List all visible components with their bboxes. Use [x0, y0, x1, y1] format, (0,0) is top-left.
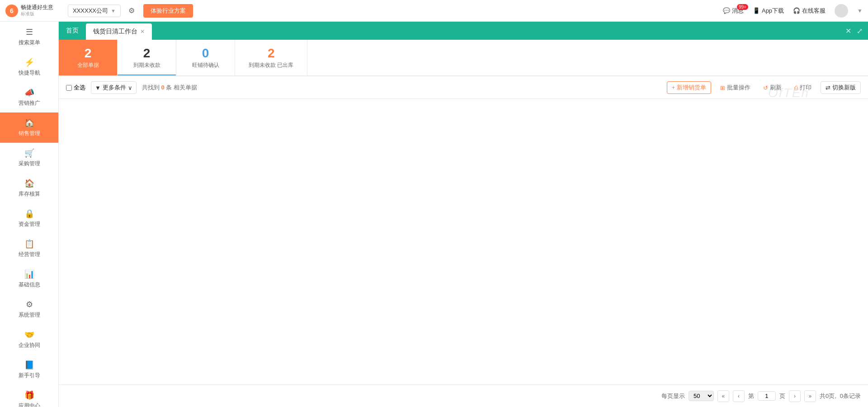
sidebar-label-inventory: 库存核算 [19, 190, 40, 198]
stat-label-overdue: 到期未收款 [133, 61, 160, 69]
prev-page-icon: ‹ [738, 393, 740, 399]
top-bar: 6 畅捷通好生意 标准版 XXXXXX公司 ▼ ⚙ 体验行业方案 💬 消息 99… [0, 0, 868, 22]
tab-close-all-icon[interactable]: ✕ [845, 27, 851, 35]
next-page-button[interactable]: › [789, 390, 801, 402]
logo-text: 畅捷通好生意 [21, 4, 53, 11]
username-area[interactable]: ▼ [857, 8, 863, 14]
page-size-select[interactable]: 10 20 50 100 [689, 391, 714, 401]
quicknav-icon: ⚡ [24, 57, 34, 67]
prev-page-button[interactable]: ‹ [733, 390, 745, 402]
stat-label-all: 全部单据 [77, 61, 99, 69]
stat-card-overdue-shipped[interactable]: 2 到期未收款 已出库 [235, 40, 307, 75]
select-all-checkbox[interactable]: 全选 [66, 84, 85, 92]
message-badge: 99+ [737, 4, 748, 10]
sidebar-item-operation[interactable]: 📋 经营管理 [0, 234, 58, 264]
stat-card-all[interactable]: 2 全部单据 [59, 40, 118, 75]
total-records-text: 0条记录 [840, 392, 861, 400]
next-page-icon: › [794, 393, 796, 399]
last-page-icon: » [809, 393, 812, 399]
basic-icon: 📊 [24, 269, 34, 279]
marketing-icon: 📣 [24, 88, 34, 98]
tab-workbench-label: 钱货日清工作台 [93, 28, 137, 36]
menu-icon: ☰ [26, 27, 33, 37]
message-button[interactable]: 💬 消息 99+ [723, 7, 744, 15]
sidebar-label-operation: 经营管理 [19, 251, 40, 258]
tab-home[interactable]: 首页 [59, 22, 86, 40]
switch-label: 切换新版 [832, 84, 856, 92]
sidebar-item-finance[interactable]: 🔒 资金管理 [0, 203, 58, 234]
sidebar-label-apps: 应用中心 [19, 402, 40, 407]
tab-workbench[interactable]: 钱货日清工作台 ✕ [86, 23, 152, 40]
toolbar-left: 全选 ▼ 更多条件 ∨ 共找到 0 条 相关单据 [66, 81, 661, 94]
stat-number-overdue-shipped: 2 [268, 46, 275, 61]
gear-icon: ⚙ [128, 6, 135, 15]
stat-card-pending[interactable]: 0 旺铺待确认 [176, 40, 235, 75]
inventory-icon: 🏠 [24, 178, 34, 188]
switch-version-button[interactable]: ⇄ 切换新版 [821, 81, 861, 94]
company-name: XXXXXX公司 [73, 7, 108, 15]
download-icon: 📱 [753, 7, 760, 14]
sidebar-item-basic[interactable]: 📊 基础信息 [0, 264, 58, 294]
message-icon: 💬 [723, 7, 730, 14]
select-all-input[interactable] [66, 85, 72, 91]
filter-icon: ▼ [95, 84, 101, 91]
user-avatar[interactable] [835, 4, 848, 18]
username-text: ▼ [857, 8, 863, 14]
service-icon: 🎧 [793, 7, 800, 14]
app-download-button[interactable]: 📱 App下载 [753, 7, 784, 15]
tab-expand-icon[interactable]: ⤢ [857, 27, 863, 35]
avatar-image [835, 4, 848, 18]
experience-button[interactable]: 体验行业方案 [143, 4, 193, 18]
settings-button[interactable]: ⚙ [124, 4, 139, 18]
sidebar-item-apps[interactable]: 🎁 应用中心 [0, 385, 58, 407]
company-dropdown-arrow: ▼ [111, 8, 116, 14]
stat-card-overdue[interactable]: 2 到期未收款 [118, 40, 176, 75]
apps-icon: 🎁 [24, 390, 34, 400]
app-download-label: App下载 [762, 7, 784, 15]
tab-close-icon[interactable]: ✕ [140, 28, 145, 35]
first-page-button[interactable]: « [717, 390, 729, 402]
sidebar-item-marketing[interactable]: 📣 营销推广 [0, 82, 58, 112]
page-number-input[interactable] [758, 391, 776, 401]
refresh-icon: ↺ [763, 84, 768, 91]
add-sale-label: + 新增销货单 [672, 84, 706, 92]
sidebar-item-search[interactable]: ☰ 搜索菜单 [0, 22, 58, 52]
sidebar-item-system[interactable]: ⚙ 系统管理 [0, 294, 58, 324]
tab-bar-actions: ✕ ⤢ [845, 27, 868, 35]
sidebar-item-purchase[interactable]: 🛒 采购管理 [0, 143, 58, 173]
guide-icon: 📘 [24, 360, 34, 370]
batch-operation-button[interactable]: ⊞ 批量操作 [717, 82, 754, 94]
logo-area: 6 畅捷通好生意 标准版 [5, 4, 64, 18]
batch-label: 批量操作 [727, 84, 750, 92]
company-selector[interactable]: XXXXXX公司 ▼ [68, 5, 121, 17]
tab-home-label: 首页 [66, 27, 79, 35]
top-right-area: 💬 消息 99+ 📱 App下载 🎧 在线客服 ▼ [723, 4, 863, 18]
main-content: 2 全部单据 2 到期未收款 0 旺铺待确认 2 到期未收款 已出库 [59, 40, 868, 407]
total-pages-text: 共0页, [820, 392, 836, 400]
sidebar-item-sales[interactable]: 🏠 销售管理 [0, 112, 58, 143]
sidebar-label-purchase: 采购管理 [19, 160, 40, 168]
filter-label: 更多条件 [103, 84, 126, 92]
online-service-label: 在线客服 [802, 7, 826, 15]
switch-icon: ⇄ [826, 84, 830, 91]
stat-number-overdue: 2 [143, 46, 151, 61]
sidebar-item-inventory[interactable]: 🏠 库存核算 [0, 173, 58, 203]
sidebar: ☰ 搜索菜单 ⚡ 快捷导航 📣 营销推广 🏠 销售管理 🛒 采购管理 🏠 库存核… [0, 22, 59, 407]
table-area [59, 99, 868, 384]
add-sale-button[interactable]: + 新增销货单 [667, 81, 711, 94]
sidebar-label-guide: 新手引导 [19, 372, 40, 379]
sidebar-label-basic: 基础信息 [19, 281, 40, 289]
sidebar-item-guide[interactable]: 📘 新手引导 [0, 355, 58, 385]
filter-button[interactable]: ▼ 更多条件 ∨ [91, 81, 137, 94]
found-count: 0 [161, 84, 165, 91]
batch-icon: ⊞ [720, 84, 725, 91]
print-button[interactable]: ⎙ 打印 [791, 82, 815, 94]
enterprise-icon: 🤝 [24, 330, 34, 340]
logo-badge: 标准版 [21, 11, 53, 17]
online-service-button[interactable]: 🎧 在线客服 [793, 7, 826, 15]
sidebar-item-quicknav[interactable]: ⚡ 快捷导航 [0, 52, 58, 82]
sidebar-item-enterprise[interactable]: 🤝 企业协同 [0, 324, 58, 355]
refresh-button[interactable]: ↺ 刷新 [760, 82, 785, 94]
sidebar-label-quicknav: 快捷导航 [19, 69, 40, 77]
last-page-button[interactable]: » [804, 390, 816, 402]
